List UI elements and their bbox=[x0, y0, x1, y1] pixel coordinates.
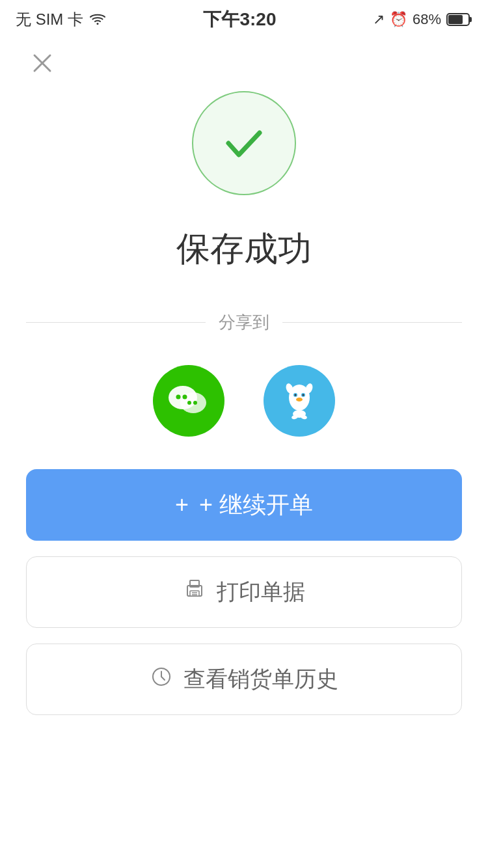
svg-point-16 bbox=[303, 394, 305, 396]
status-right: ↗ ⏰ 68% bbox=[373, 11, 472, 28]
main-content: 保存成功 分享到 bbox=[0, 39, 488, 715]
wechat-share-button[interactable] bbox=[153, 365, 224, 437]
print-button[interactable]: 打印单据 bbox=[26, 556, 462, 628]
svg-point-9 bbox=[187, 401, 191, 405]
action-buttons: + + 继续开单 打印单据 查看销货单 bbox=[0, 469, 488, 715]
qq-icon bbox=[277, 378, 322, 424]
print-icon bbox=[183, 578, 206, 606]
share-section: 分享到 bbox=[0, 311, 488, 437]
checkmark-icon bbox=[218, 117, 270, 169]
history-icon bbox=[150, 665, 173, 694]
svg-point-10 bbox=[193, 401, 197, 405]
svg-point-15 bbox=[295, 394, 297, 396]
status-left: 无 SIM 卡 bbox=[16, 9, 107, 30]
continue-icon: + bbox=[175, 491, 189, 519]
svg-rect-24 bbox=[190, 591, 199, 596]
alarm-icon: ⏰ bbox=[390, 11, 407, 28]
divider-left bbox=[26, 322, 206, 323]
status-bar: 无 SIM 卡 下午3:20 ↗ ⏰ 68% bbox=[0, 0, 488, 39]
battery-icon bbox=[446, 12, 472, 27]
divider-right bbox=[282, 322, 462, 323]
location-icon: ↗ bbox=[373, 11, 385, 28]
share-divider: 分享到 bbox=[26, 311, 462, 334]
share-icons bbox=[26, 365, 462, 437]
qq-share-button[interactable] bbox=[264, 365, 335, 437]
sim-label: 无 SIM 卡 bbox=[16, 9, 83, 30]
success-title: 保存成功 bbox=[176, 226, 312, 272]
svg-point-17 bbox=[296, 398, 303, 401]
continue-label: + 继续开单 bbox=[199, 489, 313, 521]
print-label: 打印单据 bbox=[217, 577, 305, 607]
close-button[interactable] bbox=[26, 47, 59, 79]
status-time: 下午3:20 bbox=[203, 7, 276, 32]
battery-percentage: 68% bbox=[413, 11, 441, 28]
svg-rect-1 bbox=[469, 17, 472, 22]
wechat-icon bbox=[166, 381, 211, 420]
continue-order-button[interactable]: + + 继续开单 bbox=[26, 469, 462, 541]
svg-rect-2 bbox=[448, 15, 463, 24]
wifi-icon bbox=[88, 13, 107, 26]
history-label: 查看销货单历史 bbox=[183, 664, 338, 694]
success-circle bbox=[192, 91, 296, 195]
svg-point-7 bbox=[176, 395, 181, 400]
svg-point-8 bbox=[183, 395, 187, 400]
history-button[interactable]: 查看销货单历史 bbox=[26, 644, 462, 715]
share-label: 分享到 bbox=[219, 311, 269, 334]
